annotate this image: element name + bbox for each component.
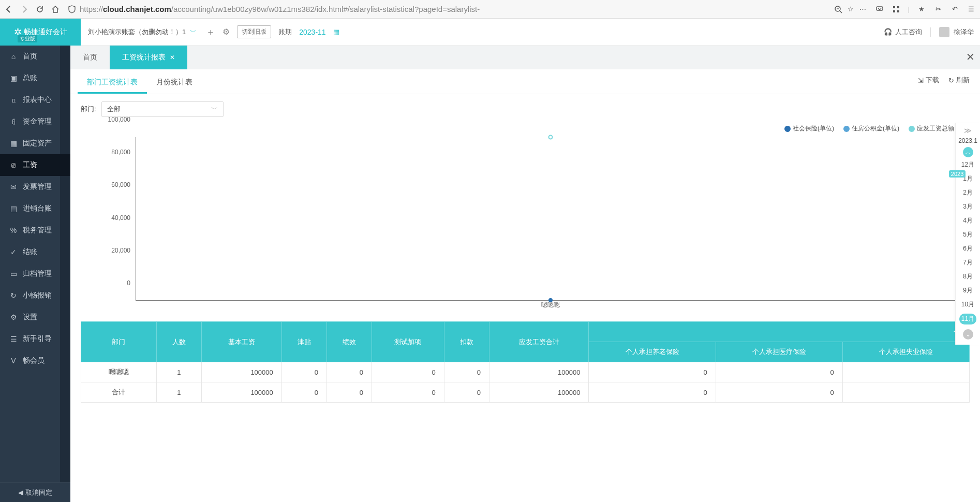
switch-old-button[interactable]: 切到旧版 (237, 25, 271, 38)
user-menu[interactable]: 徐泽华 (939, 27, 974, 37)
sidebar-item[interactable]: ↻小畅报销 (0, 285, 70, 306)
y-tick-label: 80,000 (111, 149, 130, 156)
y-tick-label: 0 (127, 279, 130, 287)
zoom-icon[interactable] (834, 5, 843, 14)
sidebar-item[interactable]: ✓结账 (0, 241, 70, 263)
favorite-icon[interactable]: ★ (917, 5, 926, 14)
svg-rect-4 (893, 6, 895, 8)
month-item[interactable]: 9月 (963, 286, 973, 296)
legend-dot (843, 126, 850, 132)
pocket-icon[interactable] (875, 5, 884, 14)
sidebar-item[interactable]: ₿资金管理 (0, 111, 70, 132)
month-item[interactable]: 7月 (963, 258, 973, 268)
cell: 1 (156, 382, 201, 403)
rail-top-year: 2023.1 (958, 137, 977, 144)
gear-icon[interactable]: ⚙ (222, 27, 230, 37)
period-value[interactable]: 2023-11 (299, 28, 325, 36)
cell: 0 (326, 362, 372, 382)
cell: 0 (326, 382, 372, 403)
sidebar-item[interactable]: ⌂首页 (0, 46, 70, 67)
legend-dot (784, 126, 791, 132)
x-tick-label: 嗯嗯嗯 (541, 301, 560, 309)
undo-icon[interactable]: ↶ (950, 5, 959, 14)
close-icon[interactable]: ✕ (170, 54, 175, 61)
account-selector[interactable]: 刘小艳演示账套（勿删勿动！）1 ﹀ (88, 27, 197, 37)
subtab-dept[interactable]: 部门工资统计表 (78, 71, 147, 94)
sidebar-item-label: 畅会员 (23, 356, 44, 365)
shield-icon (67, 5, 77, 14)
month-item[interactable]: 2月 (963, 188, 973, 198)
add-icon[interactable]: ＋ (206, 26, 215, 38)
cell: 合计 (81, 382, 157, 403)
browser-toolbar: https://cloud.chanjet.com/accounting/uw1… (0, 0, 980, 19)
filter-row: 部门: 全部 ﹀ (70, 94, 980, 121)
month-item[interactable]: 8月 (963, 272, 973, 282)
sidebar-item[interactable]: ▤进销台账 (0, 198, 70, 219)
sidebar-item[interactable]: V畅会员 (0, 350, 70, 372)
more-icon[interactable]: ⋯ (858, 5, 868, 14)
month-item[interactable]: 6月 (963, 244, 973, 254)
sidebar-item[interactable]: ⚙设置 (0, 306, 70, 328)
sidebar-item-label: 报表中心 (23, 95, 52, 105)
sidebar-item[interactable]: ▭归档管理 (0, 263, 70, 285)
sidebar-item-label: 小畅报销 (23, 291, 52, 300)
sidebar-unpin[interactable]: ◀取消固定 (0, 482, 70, 502)
svg-rect-6 (893, 10, 895, 12)
legend-item: 应发工资总额 (909, 124, 954, 133)
sidebar-item-label: 工资 (23, 160, 37, 170)
cell: 0 (716, 382, 842, 403)
month-item[interactable]: 11月 (959, 314, 976, 324)
y-tick-label: 100,000 (108, 116, 130, 123)
support-link[interactable]: 🎧人工咨询 (884, 27, 922, 37)
sidebar-item[interactable]: ✉发票管理 (0, 176, 70, 198)
sidebar-item[interactable]: ☰新手引导 (0, 328, 70, 350)
cell: 0 (589, 382, 716, 403)
download-button[interactable]: ⇲ 下载 (918, 76, 939, 85)
chart: 020,00040,00060,00080,000100,000 嗯嗯嗯 (107, 135, 964, 311)
tabs-close-all[interactable]: ✕ (966, 51, 975, 63)
cell: 0 (716, 362, 842, 382)
collapse-icon[interactable]: ≫ (964, 126, 972, 135)
month-item[interactable]: 10月 (961, 300, 974, 309)
th: 扣款 (444, 322, 489, 362)
calendar-icon[interactable]: ▦ (333, 28, 339, 36)
rail-up-icon[interactable]: ︿ (963, 147, 973, 157)
back-icon[interactable] (4, 5, 13, 14)
subtab-month[interactable]: 月份统计表 (147, 71, 202, 94)
sidebar-item[interactable]: ⎚工资 (0, 154, 70, 176)
menu-icon[interactable]: ☰ (967, 5, 976, 14)
th: 测试加项 (372, 322, 444, 362)
forward-icon[interactable] (20, 5, 29, 14)
tab-home[interactable]: 首页 (70, 46, 110, 69)
month-item[interactable]: 4月 (963, 216, 973, 226)
cell: 0 (281, 362, 326, 382)
sidebar-icon: ✉ (9, 183, 18, 191)
cell: 0 (372, 362, 444, 382)
sidebar-icon: % (9, 226, 18, 234)
address-bar[interactable]: https://cloud.chanjet.com/accounting/uw1… (65, 5, 870, 14)
home-icon[interactable] (51, 5, 60, 14)
dept-label: 部门: (81, 105, 96, 114)
month-item[interactable]: 3月 (963, 202, 973, 212)
month-item[interactable]: 12月 (961, 160, 974, 170)
sidebar-item-label: 固定资产 (23, 139, 52, 148)
svg-rect-7 (897, 10, 899, 12)
sidebar-item[interactable]: %税务管理 (0, 219, 70, 241)
rail-toggle-icon[interactable]: ⌄ (963, 329, 973, 339)
sidebar-item-label: 税务管理 (23, 226, 52, 235)
apps-icon[interactable] (892, 5, 901, 14)
sidebar-item[interactable]: ▦固定资产 (0, 132, 70, 154)
dept-select[interactable]: 全部 ﹀ (101, 101, 224, 117)
sidebar-icon: ⩍ (9, 96, 18, 104)
sidebar-item[interactable]: ▣总账 (0, 67, 70, 89)
main-content: 首页 工资统计报表✕ ✕ 部门工资统计表 月份统计表 ⇲ 下载 ↻ 刷新 部门:… (70, 46, 980, 502)
cell: 1 (156, 362, 201, 382)
bookmark-icon[interactable]: ☆ (846, 5, 855, 14)
scissors-icon[interactable]: ✂ (933, 5, 943, 14)
refresh-button[interactable]: ↻ 刷新 (948, 76, 970, 85)
sidebar-item[interactable]: ⩍报表中心 (0, 89, 70, 111)
legend-item: 社会保险(单位) (784, 124, 834, 133)
month-item[interactable]: 5月 (963, 230, 973, 240)
reload-icon[interactable] (35, 5, 44, 14)
tab-salary-stats[interactable]: 工资统计报表✕ (110, 46, 187, 69)
